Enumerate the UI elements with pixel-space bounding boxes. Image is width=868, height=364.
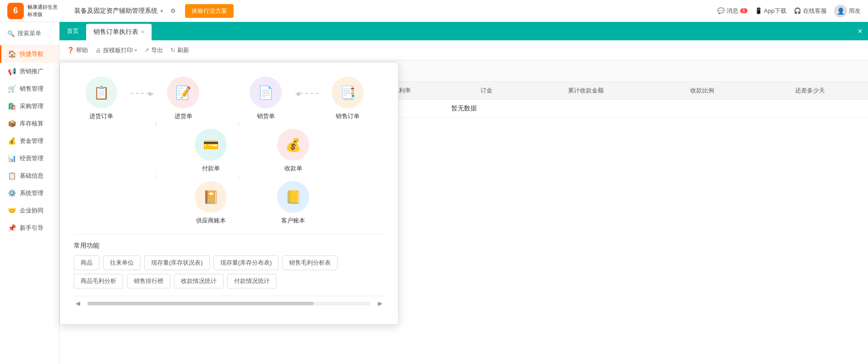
sales-order-label: 销售订单: [336, 112, 360, 120]
flow-item-supplier-ledger[interactable]: 📔 供应商账本: [183, 181, 238, 225]
popup-overlay: 📋 进货订单 ▶: [60, 44, 868, 364]
message-button[interactable]: 💬 消息 6: [717, 7, 748, 15]
sidebar-item-5[interactable]: 💰资金管理: [0, 132, 59, 150]
nav-label-0: 快捷导航: [20, 50, 44, 58]
receipt-icon: 💰: [285, 137, 301, 152]
message-icon: 💬: [717, 7, 725, 14]
logo-title: 畅康通好生意: [27, 4, 58, 11]
nav-icon-6: 📊: [8, 154, 16, 163]
func-button-7[interactable]: 收款情况统计: [174, 274, 224, 288]
func-button-6[interactable]: 销售排行榜: [127, 274, 170, 288]
sidebar-item-7[interactable]: 📋基础信息: [0, 167, 59, 185]
purchase-order-label: 进货订单: [89, 112, 113, 120]
scroll-left-icon[interactable]: ◀: [74, 299, 82, 308]
popup-scrollbar[interactable]: ◀ ▶: [74, 296, 384, 310]
common-functions-section: 常用功能 商品往来单位现存量(库存状况表)现存量(库存分布表)销售毛利分析表商品…: [74, 234, 384, 288]
nav-icon-3: 🛍️: [8, 102, 16, 110]
nav-icon-8: ⚙️: [8, 189, 16, 197]
common-functions-title: 常用功能: [74, 242, 384, 250]
customer-ledger-label: 客户账本: [281, 217, 305, 225]
sidebar-item-10[interactable]: 📌新手引导: [0, 219, 59, 237]
nav-label-10: 新手引导: [20, 224, 44, 232]
payment-label: 付款单: [202, 164, 220, 173]
sidebar-search-area[interactable]: 🔍 搜索菜单: [0, 22, 59, 45]
nav-label-1: 营销推广: [20, 67, 44, 76]
customer-ledger-icon: 📒: [285, 190, 301, 205]
headset-icon: 🎧: [794, 7, 801, 14]
purchase-slip-label: 进货单: [175, 112, 192, 120]
nav-icon-7: 📋: [8, 172, 16, 180]
nav-icon-5: 💰: [8, 137, 16, 145]
system-title-arrow-icon[interactable]: ▾: [160, 8, 163, 14]
payment-icon: 💳: [203, 137, 219, 152]
scroll-right-icon[interactable]: ▶: [376, 299, 384, 308]
func-button-0[interactable]: 商品: [74, 255, 99, 270]
tab-sales-order-execution[interactable]: 销售订单执行表 ×: [86, 24, 152, 40]
flow-item-sales-slip[interactable]: 📄 销货单: [238, 76, 293, 120]
flow-item-purchase-slip[interactable]: 📝 进货单: [156, 76, 211, 120]
phone-icon: 📱: [755, 7, 762, 14]
func-button-1[interactable]: 往来单位: [103, 255, 141, 270]
nav-icon-9: 🤝: [8, 206, 16, 215]
scroll-track: [87, 302, 371, 305]
online-service-button[interactable]: 🎧 在线客服: [794, 7, 827, 15]
sidebar-item-3[interactable]: 🛍️采购管理: [0, 98, 59, 115]
user-avatar: 👤: [834, 5, 847, 17]
flow-item-sales-order[interactable]: 📑 销售订单: [320, 76, 375, 120]
sidebar-item-1[interactable]: 📢营销推广: [0, 63, 59, 80]
app-logo: 6: [7, 3, 24, 19]
nav-icon-10: 📌: [8, 224, 16, 232]
nav-label-2: 销售管理: [20, 85, 44, 93]
quick-nav-popup: 📋 进货订单 ▶: [60, 62, 399, 325]
sidebar-item-9[interactable]: 🤝企业协同: [0, 202, 59, 219]
nav-icon-2: 🛒: [8, 85, 16, 93]
search-icon: 🔍: [7, 30, 15, 37]
func-button-3[interactable]: 现存量(库存分布表): [213, 255, 279, 270]
app-download-button[interactable]: 📱 App下载: [755, 7, 786, 15]
receipt-label: 收款单: [284, 164, 302, 173]
logo-subtitle: 标准版: [27, 11, 58, 18]
settings-icon[interactable]: ⚙: [167, 5, 180, 17]
sales-slip-label: 销货单: [257, 112, 275, 120]
nav-label-8: 系统管理: [20, 189, 44, 197]
tab-close-icon[interactable]: ×: [141, 29, 144, 35]
window-close-icon[interactable]: ×: [857, 27, 863, 36]
func-buttons-container: 商品往来单位现存量(库存状况表)现存量(库存分布表)销售毛利分析表商品毛利分析销…: [74, 255, 384, 288]
nav-label-7: 基础信息: [20, 172, 44, 180]
sidebar-item-8[interactable]: ⚙️系统管理: [0, 185, 59, 202]
func-button-2[interactable]: 现存量(库存状况表): [144, 255, 210, 270]
sidebar-item-6[interactable]: 📊经营管理: [0, 150, 59, 167]
flow-item-purchase-order[interactable]: 📋 进货订单: [74, 76, 129, 120]
sales-slip-icon: 📄: [258, 85, 274, 100]
nav-label-6: 经营管理: [20, 154, 44, 163]
func-button-8[interactable]: 付款情况统计: [227, 274, 277, 288]
nav-icon-0: 🏠: [8, 50, 16, 58]
tab-home[interactable]: 首页: [60, 22, 86, 40]
purchase-slip-icon: 📝: [175, 85, 191, 100]
user-menu-button[interactable]: 👤 用友: [834, 5, 861, 17]
message-badge: 6: [740, 8, 748, 13]
supplier-ledger-label: 供应商账本: [196, 217, 226, 225]
scroll-thumb: [87, 302, 314, 305]
nav-icon-1: 📢: [8, 67, 16, 76]
func-button-4[interactable]: 销售毛利分析表: [282, 255, 338, 270]
nav-label-5: 资金管理: [20, 137, 44, 145]
purchase-order-icon: 📋: [93, 85, 109, 100]
sidebar-item-0[interactable]: 🏠快捷导航: [0, 45, 59, 63]
nav-label-9: 企业协同: [20, 206, 44, 215]
search-label: 搜索菜单: [17, 29, 41, 38]
nav-icon-4: 📦: [8, 120, 16, 128]
sales-order-icon: 📑: [340, 85, 356, 100]
sidebar-item-2[interactable]: 🛒销售管理: [0, 80, 59, 98]
nav-label-4: 库存核算: [20, 120, 44, 128]
system-title-text: 装备及固定资产辅助管理系统: [74, 7, 158, 15]
nav-label-3: 采购管理: [20, 102, 44, 110]
flow-item-customer-ledger[interactable]: 📒 客户账本: [266, 181, 321, 225]
flow-item-payment[interactable]: 💳 付款单: [183, 129, 238, 173]
experience-button[interactable]: 体验行业方案: [185, 4, 234, 18]
func-button-5[interactable]: 商品毛利分析: [74, 274, 123, 288]
sidebar-item-4[interactable]: 📦库存核算: [0, 115, 59, 132]
supplier-ledger-icon: 📔: [203, 190, 219, 205]
flow-item-receipt[interactable]: 💰 收款单: [266, 129, 321, 173]
